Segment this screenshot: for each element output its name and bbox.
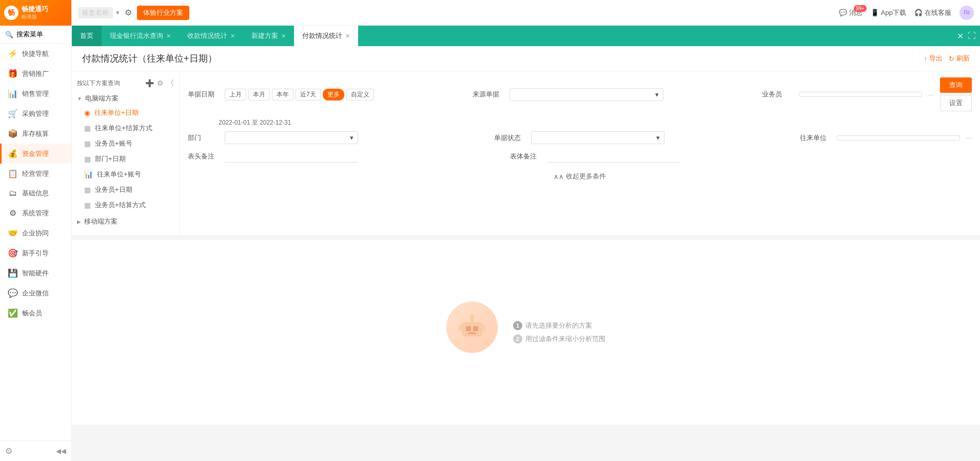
sidebar-item-label: 营销推广 [22,69,49,78]
tab-new-scheme[interactable]: 新建方案 ✕ [243,26,294,46]
sidebar-footer: ⚙ ◀◀ [0,440,71,461]
scheme-item-unit-date[interactable]: ◉ 往来单位+日期 [72,105,179,121]
page-header: 付款情况统计（往来单位+日期） ↑ 导出 ↻ 刷新 [72,46,980,71]
sidebar-item-sales[interactable]: 📊 销售管理 [0,84,71,104]
filter-row-1: 单据日期 上月 本月 本年 近7天 更多 自定义 来源单据 ▾ [188,77,972,111]
scheme-add-icon[interactable]: ➕ [145,79,154,87]
sidebar-header: 畅 畅捷通巧 标准版 [0,0,71,26]
partner-more-icon[interactable]: ··· [966,134,972,142]
date-btn-last-month[interactable]: 上月 [225,89,246,101]
refresh-btn[interactable]: ↻ 刷新 [949,54,970,63]
svg-rect-2 [473,326,478,331]
sidebar-item-quick-nav[interactable]: ⚡ 快捷导航 [0,44,71,64]
date-btn-more[interactable]: 更多 [323,89,344,101]
tip-num-1: 1 [513,321,522,330]
scheme-item-unit-account[interactable]: 📊 往来单位+账号 [72,167,179,182]
scheme-item-icon: ▦ [84,186,91,194]
scheme-item-unit-settlement[interactable]: ▦ 往来单位+结算方式 [72,121,179,136]
scheme-collapse-icon[interactable]: 《 [167,78,174,88]
capital-icon: 💰 [8,149,18,158]
body-note-input[interactable] [547,150,680,163]
tab-home[interactable]: 首页 [72,26,102,46]
sidebar-item-operation[interactable]: 📋 经营管理 [0,164,71,184]
scheme-item-label: 业务员+账号 [95,139,132,148]
account-chevron-icon: ▾ [116,9,120,16]
sidebar-item-smart-hw[interactable]: 💾 智能硬件 [0,263,71,283]
salesman-more-icon[interactable]: ··· [928,91,934,98]
sidebar-item-membership[interactable]: ✅ 畅会员 [0,303,71,323]
tab-close-icon[interactable]: ✕ [166,33,171,39]
scheme-item-salesman-settlement[interactable]: ▦ 业务员+结算方式 [72,197,179,213]
sidebar-item-label: 经营管理 [22,169,49,178]
sidebar-item-sys-mgmt[interactable]: ⚙ 系统管理 [0,203,71,223]
scheme-group-mobile-header[interactable]: ▶ 移动端方案 [72,215,179,228]
doc-status-select[interactable]: ▾ [531,131,664,144]
partner-select[interactable] [837,135,960,141]
scheme-gear-icon[interactable]: ⚙ [157,79,164,87]
sidebar-item-corp-collab[interactable]: 🤝 企业协同 [0,223,71,243]
user-avatar[interactable]: Rit [959,6,974,20]
tab-close-all-btn[interactable]: ✕ [957,31,964,41]
page-header-actions: ↑ 导出 ↻ 刷新 [924,54,970,63]
tab-home-label: 首页 [80,31,93,41]
tab-close-icon[interactable]: ✕ [230,33,235,39]
sidebar-item-marketing[interactable]: 🎁 营销推广 [0,64,71,84]
guide-icon: 🎯 [8,248,18,258]
doc-status-label: 单据状态 [494,133,525,143]
sidebar-item-corp-wechat[interactable]: 💬 企业微信 [0,283,71,303]
smart-hw-icon: 💾 [8,268,18,278]
scheme-panel: 按以下方案查询 ➕ ⚙ 《 ▼ 电脑端方案 ◉ 往来单位+日期 [72,71,180,235]
sidebar-settings-icon[interactable]: ⚙ [5,446,12,456]
scheme-panel-header: 按以下方案查询 ➕ ⚙ 《 [72,76,179,92]
service-btn[interactable]: 🎧 在线客服 [914,8,951,17]
setting-btn[interactable]: 设置 [940,95,972,111]
scheme-item-dept-date[interactable]: ▦ 部门+日期 [72,151,179,167]
tab-close-icon[interactable]: ✕ [281,33,286,39]
tab-bank-flow[interactable]: 现金银行流水查询 ✕ [102,26,179,46]
sidebar-item-purchase[interactable]: 🛒 采购管理 [0,104,71,124]
date-btn-this-month[interactable]: 本月 [248,89,270,101]
date-btn-this-year[interactable]: 本年 [272,89,293,101]
search-menu[interactable]: 🔍 搜索菜单 [0,26,71,44]
sidebar-item-inventory[interactable]: 📦 库存核算 [0,124,71,144]
msg-icon: 💬 [839,9,847,16]
date-btn-custom[interactable]: 自定义 [346,89,374,101]
msg-btn[interactable]: 💬 消息 99+ [839,8,863,17]
logo-icon: 畅 [4,6,18,20]
salesman-select[interactable] [799,92,922,97]
source-select[interactable]: ▾ [509,88,663,101]
doc-status-chevron-icon: ▾ [656,134,660,142]
collapse-more-btn[interactable]: ∧∧ 收起更多条件 [188,169,972,184]
basic-info-icon: 🗂 [8,189,18,198]
scheme-item-salesman-account[interactable]: ▦ 业务员+账号 [72,136,179,151]
sidebar-collapse-icon[interactable]: ◀◀ [56,447,66,455]
tab-close-icon[interactable]: ✕ [345,33,350,39]
tip-num-2: 2 [513,334,522,344]
tip-text-2: 用过滤条件来缩小分析范围 [525,332,605,346]
tab-payment-stat[interactable]: 付款情况统计 ✕ [294,26,358,46]
sidebar-item-guide[interactable]: 🎯 新手引导 [0,243,71,263]
sidebar-item-capital[interactable]: 💰 资金管理 [0,144,71,164]
scheme-item-salesman-date[interactable]: ▦ 业务员+日期 [72,182,179,197]
body-note-label: 表体备注 [510,152,541,161]
sidebar-item-label: 企业协同 [22,229,49,238]
tab-expand-btn[interactable]: ⛶ [968,31,976,41]
filter-row-2: 部门 ▾ 单据状态 ▾ 往来单位 ·· [188,131,972,144]
corp-collab-icon: 🤝 [8,228,18,238]
header-note-input[interactable] [225,150,358,163]
scheme-group-desktop-header[interactable]: ▼ 电脑端方案 [72,92,179,105]
account-selector[interactable]: 账套名称 ▾ [78,7,120,18]
app-download-btn[interactable]: 📱 App下载 [871,8,906,17]
dept-select[interactable]: ▾ [225,131,358,144]
date-btn-last-7days[interactable]: 近7天 [296,89,321,101]
sidebar-item-basic-info[interactable]: 🗂 基础信息 [0,184,71,203]
source-label: 来源单据 [473,90,503,99]
export-btn[interactable]: ↑ 导出 [924,54,943,63]
query-btn[interactable]: 查询 [940,77,972,93]
topbar-gear-icon[interactable]: ⚙ [125,8,132,17]
trial-btn[interactable]: 体验行业方案 [137,6,189,20]
topbar: 账套名称 ▾ ⚙ 体验行业方案 💬 消息 99+ 📱 App下载 🎧 在线客服 … [72,0,980,26]
scheme-group-mobile: ▶ 移动端方案 [72,215,179,228]
content-area: 付款情况统计（往来单位+日期） ↑ 导出 ↻ 刷新 按以下方案查询 ➕ [72,46,980,461]
tab-receipt-stat[interactable]: 收款情况统计 ✕ [179,26,243,46]
